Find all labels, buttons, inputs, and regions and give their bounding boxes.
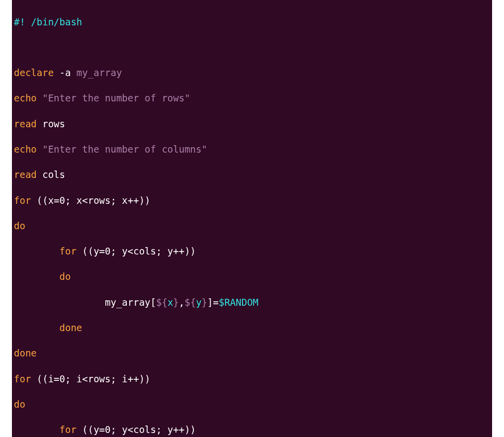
code-line: #! /bin/bash bbox=[14, 16, 492, 29]
for-cond-outer1: ((x=0; x<rows; x++)) bbox=[31, 195, 150, 206]
echo-keyword: echo bbox=[14, 92, 37, 103]
code-line: do bbox=[14, 270, 492, 283]
code-line: echo "Enter the number of columns" bbox=[14, 143, 492, 156]
var-close: } bbox=[173, 297, 178, 308]
var-close: } bbox=[202, 297, 207, 308]
code-line: for ((i=0; i<rows; i++)) bbox=[14, 373, 492, 386]
for-keyword: for bbox=[14, 195, 31, 206]
code-line: declare -a my_array bbox=[14, 67, 492, 80]
cols-var: cols bbox=[37, 169, 65, 180]
for-cond-inner-y: ((y=0; y<cols; y++)) bbox=[77, 424, 196, 435]
code-line: do bbox=[14, 220, 492, 233]
read-keyword: read bbox=[14, 169, 37, 180]
rows-var: rows bbox=[37, 118, 65, 129]
code-line: done bbox=[14, 347, 492, 360]
code-line: my_array[${x},${y}]=$RANDOM bbox=[14, 296, 492, 309]
string-cols: "Enter the number of columns" bbox=[37, 144, 207, 155]
array-name: my_array bbox=[77, 67, 122, 78]
do-keyword: do bbox=[14, 399, 25, 410]
code-line: echo "Enter the number of rows" bbox=[14, 92, 492, 105]
declare-flag: -a bbox=[54, 67, 77, 78]
code-line-blank bbox=[14, 41, 492, 54]
var-y: y bbox=[196, 297, 201, 308]
done-keyword: done bbox=[60, 322, 83, 333]
indent bbox=[14, 271, 60, 282]
code-line: for ((y=0; y<cols; y++)) bbox=[14, 245, 492, 258]
read-keyword: read bbox=[14, 118, 37, 129]
code-line: for ((x=0; x<rows; x++)) bbox=[14, 194, 492, 207]
comma: , bbox=[179, 297, 184, 308]
var-open: ${ bbox=[184, 297, 196, 308]
string-rows: "Enter the number of rows" bbox=[37, 92, 190, 103]
code-line: read cols bbox=[14, 169, 492, 181]
indent bbox=[14, 297, 105, 308]
code-line: for ((y=0; y<cols; y++)) bbox=[14, 424, 492, 437]
indent bbox=[14, 246, 60, 257]
var-open: ${ bbox=[156, 297, 168, 308]
for-cond-outer2: ((i=0; i<rows; i++)) bbox=[31, 373, 150, 384]
bracket-open: [ bbox=[151, 297, 156, 308]
done-keyword: done bbox=[14, 348, 37, 358]
for-keyword: for bbox=[60, 424, 77, 435]
do-keyword: do bbox=[14, 220, 25, 231]
code-line: read rows bbox=[14, 118, 492, 131]
script-code-panel: #! /bin/bash declare -a my_array echo "E… bbox=[12, 0, 492, 437]
for-keyword: for bbox=[14, 373, 31, 384]
shebang-path: /bin/bash bbox=[31, 16, 82, 27]
declare-keyword: declare bbox=[14, 67, 54, 78]
code-line: done bbox=[14, 322, 492, 335]
bracket-close-eq: ]= bbox=[207, 297, 219, 308]
indent bbox=[14, 424, 60, 435]
shebang-hash: #! bbox=[14, 16, 31, 27]
for-cond-inner-y: ((y=0; y<cols; y++)) bbox=[77, 246, 196, 257]
random-var: $RANDOM bbox=[219, 297, 258, 308]
var-x: x bbox=[168, 297, 173, 308]
for-keyword: for bbox=[60, 246, 77, 257]
do-keyword: do bbox=[60, 271, 71, 282]
array-name: my_array bbox=[105, 297, 151, 308]
code-line: do bbox=[14, 398, 492, 411]
indent bbox=[14, 322, 60, 333]
echo-keyword: echo bbox=[14, 144, 37, 155]
